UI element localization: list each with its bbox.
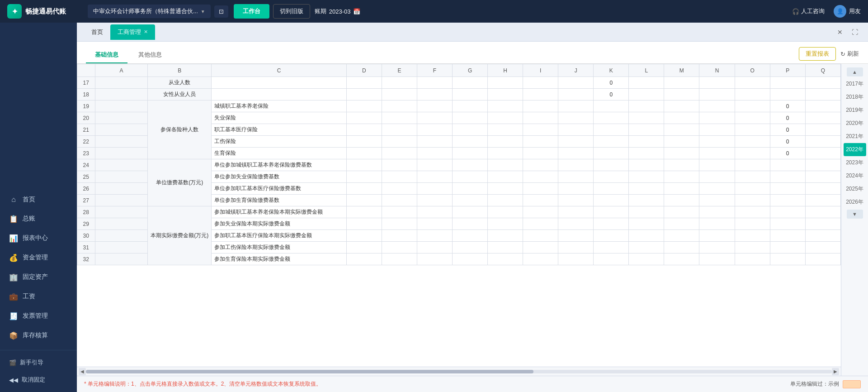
cell-b-1[interactable]: 女性从业人员 [148, 89, 212, 100]
cell-n-2[interactable] [699, 100, 735, 112]
cell-n-9[interactable] [699, 183, 735, 195]
cell-h-14[interactable] [488, 242, 523, 253]
cell-q-0[interactable] [805, 77, 840, 89]
cell-d-3[interactable] [346, 112, 382, 124]
cell-g-2[interactable] [453, 100, 488, 112]
cell-o-2[interactable] [735, 100, 770, 112]
cell-a-11[interactable] [95, 206, 148, 218]
cell-q-3[interactable] [805, 112, 840, 124]
cell-o-9[interactable] [735, 183, 770, 195]
cell-p-10[interactable] [770, 195, 805, 206]
cell-c-15[interactable]: 参加生育保险本期实际缴费金额 [212, 253, 346, 265]
cell-g-3[interactable] [453, 112, 488, 124]
cell-m-13[interactable] [664, 230, 699, 242]
cell-q-15[interactable] [805, 253, 840, 265]
cell-f-0[interactable] [417, 77, 452, 89]
cell-a-9[interactable] [95, 183, 148, 195]
cell-g-12[interactable] [453, 218, 488, 230]
cell-j-6[interactable] [558, 148, 594, 159]
cell-l-4[interactable] [629, 124, 664, 136]
cell-q-5[interactable] [805, 136, 840, 148]
cell-l-2[interactable] [629, 100, 664, 112]
cell-n-5[interactable] [699, 136, 735, 148]
cell-a-1[interactable] [95, 89, 148, 100]
cell-h-3[interactable] [488, 112, 523, 124]
sub-tab-other[interactable]: 其他信息 [129, 47, 171, 63]
cell-m-2[interactable] [664, 100, 699, 112]
cell-i-0[interactable] [523, 77, 558, 89]
cell-n-14[interactable] [699, 242, 735, 253]
cell-o-0[interactable] [735, 77, 770, 89]
cell-j-12[interactable] [558, 218, 594, 230]
cell-h-15[interactable] [488, 253, 523, 265]
cell-d-9[interactable] [346, 183, 382, 195]
period-calendar-icon[interactable]: 📅 [353, 8, 360, 15]
cell-a-15[interactable] [95, 253, 148, 265]
cell-e-7[interactable] [382, 159, 417, 171]
reset-report-button[interactable]: 重置报表 [799, 47, 836, 61]
cell-n-10[interactable] [699, 195, 735, 206]
cell-h-11[interactable] [488, 206, 523, 218]
cell-k-1[interactable]: 0 [594, 89, 629, 100]
year-item-2026[interactable]: 2026年 [844, 196, 866, 209]
cell-c-11[interactable]: 参加城镇职工基本养老保险本期实际缴费金额 [212, 206, 346, 218]
cell-j-1[interactable] [558, 89, 594, 100]
cell-o-11[interactable] [735, 206, 770, 218]
cell-g-4[interactable] [453, 124, 488, 136]
cell-g-0[interactable] [453, 77, 488, 89]
cell-e-14[interactable] [382, 242, 417, 253]
year-item-2017[interactable]: 2017年 [844, 77, 866, 91]
company-selector[interactable]: 中审众环会计师事务所（特殊普通合伙... ▼ [88, 5, 211, 18]
cell-b-11[interactable]: 本期实际缴费金额(万元) [148, 206, 212, 265]
cell-q-6[interactable] [805, 148, 840, 159]
cell-p-11[interactable] [770, 206, 805, 218]
cell-i-7[interactable] [523, 159, 558, 171]
cell-a-4[interactable] [95, 124, 148, 136]
cell-p-1[interactable] [770, 89, 805, 100]
cell-m-14[interactable] [664, 242, 699, 253]
table-row[interactable]: 24单位缴费基数(万元)单位参加城镇职工基本养老保险缴费基数 [77, 159, 841, 171]
cell-n-15[interactable] [699, 253, 735, 265]
cell-m-3[interactable] [664, 112, 699, 124]
cell-i-11[interactable] [523, 206, 558, 218]
cell-e-12[interactable] [382, 218, 417, 230]
cell-o-15[interactable] [735, 253, 770, 265]
cell-n-12[interactable] [699, 218, 735, 230]
cell-m-9[interactable] [664, 183, 699, 195]
cell-k-0[interactable]: 0 [594, 77, 629, 89]
cell-f-4[interactable] [417, 124, 452, 136]
cell-m-1[interactable] [664, 89, 699, 100]
cell-n-1[interactable] [699, 89, 735, 100]
cell-k-11[interactable] [594, 206, 629, 218]
cell-o-5[interactable] [735, 136, 770, 148]
cell-g-13[interactable] [453, 230, 488, 242]
cell-o-14[interactable] [735, 242, 770, 253]
cell-d-4[interactable] [346, 124, 382, 136]
cell-m-0[interactable] [664, 77, 699, 89]
cell-d-15[interactable] [346, 253, 382, 265]
cell-i-10[interactable] [523, 195, 558, 206]
cell-a-13[interactable] [95, 230, 148, 242]
cell-p-12[interactable] [770, 218, 805, 230]
sidebar-item-reports[interactable]: 📊 报表中心 [0, 229, 77, 248]
cell-j-11[interactable] [558, 206, 594, 218]
cell-i-13[interactable] [523, 230, 558, 242]
cell-a-2[interactable] [95, 100, 148, 112]
table-row[interactable]: 28本期实际缴费金额(万元)参加城镇职工基本养老保险本期实际缴费金额 [77, 206, 841, 218]
cell-a-8[interactable] [95, 171, 148, 183]
cell-j-14[interactable] [558, 242, 594, 253]
cell-p-3[interactable]: 0 [770, 112, 805, 124]
cell-k-4[interactable] [594, 124, 629, 136]
cell-o-1[interactable] [735, 89, 770, 100]
table-row[interactable]: 18女性从业人员0 [77, 89, 841, 100]
cell-c-12[interactable]: 参加失业保险本期实际缴费金额 [212, 218, 346, 230]
cell-h-10[interactable] [488, 195, 523, 206]
cell-k-3[interactable] [594, 112, 629, 124]
cell-f-10[interactable] [417, 195, 452, 206]
cell-o-8[interactable] [735, 171, 770, 183]
cell-m-12[interactable] [664, 218, 699, 230]
cell-e-8[interactable] [382, 171, 417, 183]
cell-e-13[interactable] [382, 230, 417, 242]
year-item-2022[interactable]: 2022年 [844, 143, 866, 156]
cell-j-13[interactable] [558, 230, 594, 242]
